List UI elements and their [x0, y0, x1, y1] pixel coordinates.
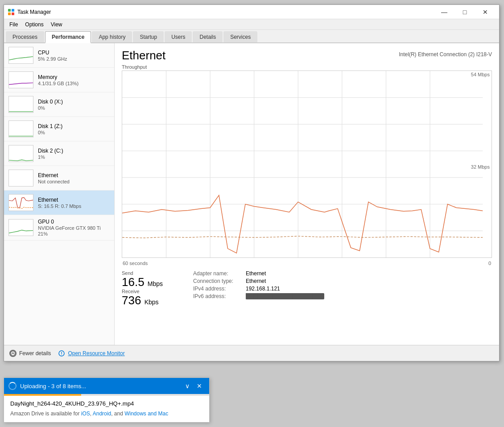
y-label-max: 54 Mbps: [471, 72, 490, 77]
open-resource-monitor-label: Open Resource Monitor: [68, 350, 124, 357]
ethernet2-name: Ethernet: [38, 197, 110, 203]
task-manager-window: Task Manager — □ ✕ File Options View Pro…: [4, 4, 500, 361]
x-label-end: 0: [488, 261, 491, 266]
disk0-thumb: [8, 96, 33, 113]
adapter-info: Adapter name: Ethernet Connection type: …: [193, 270, 324, 307]
ethernet2-detail: S: 16.5 R: 0.7 Mbps: [38, 203, 110, 209]
open-resource-monitor-button[interactable]: Open Resource Monitor: [58, 350, 124, 357]
fewer-details-label: Fewer details: [19, 350, 51, 357]
fewer-details-button[interactable]: Fewer details: [9, 350, 51, 357]
chart-x-labels: 60 seconds 0: [122, 261, 492, 266]
ethernet1-detail: Not connected: [38, 179, 110, 184]
panel-title: Ethernet: [122, 49, 165, 62]
upload-header-content: Uploading - 3 of 8 items...: [8, 382, 182, 390]
sidebar-item-cpu[interactable]: CPU 5% 2.99 GHz: [4, 43, 114, 68]
disk1-thumb: [8, 120, 33, 137]
tab-bar: Processes Performance App history Startu…: [4, 30, 499, 43]
sidebar-item-disk1[interactable]: Disk 1 (Z:) 0%: [4, 117, 114, 141]
upload-ad: Amazon Drive is available for iOS, Andro…: [10, 410, 203, 417]
disk0-detail: 0%: [38, 105, 110, 111]
adapter-type-label: Connection type:: [193, 278, 242, 284]
chart-y-labels: 54 Mbps 32 Mbps: [471, 71, 490, 257]
disk1-detail: 0%: [38, 130, 110, 135]
cpu-name: CPU: [38, 50, 110, 56]
upload-notification: Uploading - 3 of 8 items... ∨ ✕ DayNight…: [4, 377, 210, 423]
disk2-name: Disk 2 (C:): [38, 148, 110, 154]
memory-thumb: [8, 71, 33, 88]
memory-name: Memory: [38, 74, 110, 80]
upload-android-link[interactable]: Android: [93, 410, 111, 417]
sidebar-item-ethernet1[interactable]: Ethernet Not connected: [4, 166, 114, 191]
menu-file[interactable]: File: [6, 21, 21, 29]
cpu-detail: 5% 2.99 GHz: [38, 56, 110, 62]
stats-section: Send 16.5 Mbps Receive 736 Kbps: [122, 270, 492, 307]
menu-bar: File Options View: [4, 19, 499, 30]
sidebar-item-ethernet2[interactable]: Ethernet S: 16.5 R: 0.7 Mbps: [4, 191, 114, 215]
adapter-ipv6-label: IPv6 address:: [193, 293, 242, 299]
menu-view[interactable]: View: [47, 21, 66, 29]
tab-details[interactable]: Details: [193, 31, 223, 42]
adapter-type-row: Connection type: Ethernet: [193, 278, 324, 284]
y-label-mid: 32 Mbps: [471, 164, 490, 170]
ethernet2-thumb: [8, 194, 33, 211]
upload-windows-mac-link[interactable]: Windows and Mac: [124, 410, 168, 417]
sidebar-item-disk0[interactable]: Disk 0 (X:) 0%: [4, 92, 114, 117]
menu-options[interactable]: Options: [21, 21, 47, 29]
memory-detail: 4.1/31.9 GB (13%): [38, 81, 110, 86]
right-panel: Ethernet Intel(R) Ethernet Connection (2…: [115, 43, 499, 345]
disk2-thumb: [8, 145, 33, 162]
upload-spinner: [8, 382, 17, 390]
maximize-button[interactable]: □: [454, 5, 475, 19]
gpu0-name: GPU 0: [38, 219, 110, 225]
svg-rect-3: [12, 12, 14, 15]
gpu0-info: GPU 0 NVIDIA GeForce GTX 980 Ti 21%: [38, 219, 110, 236]
upload-minimize-button[interactable]: ∨: [182, 381, 192, 390]
x-label-start: 60 seconds: [123, 261, 148, 266]
ethernet1-name: Ethernet: [38, 172, 110, 178]
upload-controls: ∨ ✕: [182, 381, 205, 390]
app-icon: [8, 8, 15, 16]
upload-body: DayNight_h264-420_4KUHD_23.976_HQ+.mp4 A…: [4, 396, 209, 422]
tab-performance[interactable]: Performance: [45, 31, 91, 43]
svg-point-21: [62, 354, 62, 355]
adapter-ipv4-label: IPv4 address:: [193, 286, 242, 292]
upload-ios-link[interactable]: iOS: [81, 410, 90, 417]
upload-filename: DayNight_h264-420_4KUHD_23.976_HQ+.mp4: [10, 400, 203, 407]
bottom-bar: Fewer details Open Resource Monitor: [4, 345, 499, 361]
svg-rect-0: [8, 9, 11, 12]
svg-rect-2: [8, 12, 11, 15]
minimize-button[interactable]: —: [434, 5, 454, 19]
cpu-info: CPU 5% 2.99 GHz: [38, 50, 110, 62]
adapter-ipv4-row: IPv4 address: 192.168.1.121: [193, 286, 324, 292]
adapter-type-value: Ethernet: [246, 278, 266, 284]
disk1-name: Disk 1 (Z:): [38, 123, 110, 129]
ethernet1-thumb: [8, 170, 33, 187]
close-button[interactable]: ✕: [475, 5, 496, 19]
tab-startup[interactable]: Startup: [133, 31, 164, 42]
upload-close-button[interactable]: ✕: [194, 381, 205, 390]
sidebar-item-gpu0[interactable]: GPU 0 NVIDIA GeForce GTX 980 Ti 21%: [4, 215, 114, 240]
svg-rect-4: [122, 71, 492, 257]
tab-services[interactable]: Services: [223, 31, 257, 42]
disk0-info: Disk 0 (X:) 0%: [38, 99, 110, 111]
sidebar-item-disk2[interactable]: Disk 2 (C:) 1%: [4, 141, 114, 166]
gpu0-thumb: [8, 219, 33, 236]
gpu0-detail: NVIDIA GeForce GTX 980 Ti: [38, 225, 110, 231]
send-value: 16.5 Mbps: [122, 276, 175, 289]
chart-label: Throughput: [122, 64, 492, 70]
throughput-chart: 54 Mbps 32 Mbps: [122, 70, 492, 258]
main-content: CPU 5% 2.99 GHz Memory 4.1/31.9 GB (13%): [4, 43, 499, 345]
adapter-ipv6-row: IPv6 address: ████████████████████: [193, 293, 324, 299]
send-stat: Send 16.5 Mbps: [122, 270, 175, 289]
fewer-details-icon: [9, 350, 17, 357]
tab-users[interactable]: Users: [165, 31, 192, 42]
cpu-thumb: [8, 47, 33, 64]
tab-processes[interactable]: Processes: [6, 31, 44, 42]
disk0-name: Disk 0 (X:): [38, 99, 110, 105]
sidebar-item-memory[interactable]: Memory 4.1/31.9 GB (13%): [4, 68, 114, 92]
adapter-name-row: Adapter name: Ethernet: [193, 270, 324, 277]
adapter-name-value: Ethernet: [246, 270, 266, 277]
adapter-ipv4-value: 192.168.1.121: [246, 286, 280, 292]
disk2-info: Disk 2 (C:) 1%: [38, 148, 110, 160]
tab-app-history[interactable]: App history: [92, 31, 132, 42]
